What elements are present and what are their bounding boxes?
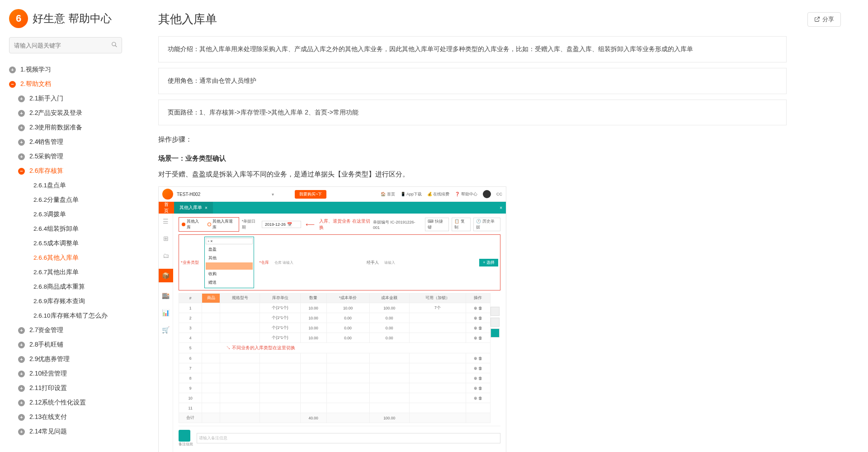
nav-label: 2.7资金管理 bbox=[29, 326, 63, 334]
nav-label: 2.6.7其他出库单 bbox=[33, 268, 79, 276]
th-prod: 商品 bbox=[202, 294, 220, 303]
nav-2-10[interactable]: +2.10经营管理 bbox=[9, 366, 122, 381]
ss-dd-item-selected bbox=[206, 262, 253, 270]
ss-tool-history: 🕐 历史单据 bbox=[473, 218, 500, 231]
ss-nav-icon: ⊞ bbox=[162, 234, 170, 243]
nav-2-12[interactable]: +2.12系统个性化设置 bbox=[9, 395, 122, 410]
embedded-screenshot: TEST-H002 ▾ 我要购买~下 🏠 首页 📱 App下载 💰 在线续费 ❓… bbox=[158, 186, 506, 452]
ss-top-home: 🏠 首页 bbox=[381, 191, 395, 197]
scene1-text: 对于受赠、盘盈或是拆装入库等不同的业务，是通过单据头【业务类型】进行区分。 bbox=[158, 167, 787, 181]
nav-label: 2.6库存核算 bbox=[29, 167, 63, 175]
svg-line-1 bbox=[115, 45, 117, 47]
ss-radio-group: 其他入库 其他入库退库 bbox=[179, 217, 239, 232]
nav-2-8[interactable]: +2.8手机旺铺 bbox=[9, 338, 122, 352]
ss-remark-row: 备注信息 请输入备注信息 bbox=[179, 426, 500, 450]
info-label: 页面路径： bbox=[168, 109, 199, 116]
nav-2-13[interactable]: +2.13在线支付 bbox=[9, 410, 122, 424]
ss-top-help: ❓ 帮助中心 bbox=[455, 191, 477, 197]
minus-icon: − bbox=[18, 168, 25, 175]
nav-2-6-4[interactable]: 2.6.4组装拆卸单 bbox=[9, 222, 122, 236]
nav-label: 2.5采购管理 bbox=[29, 152, 63, 161]
ss-add-button: + 选择 bbox=[479, 259, 498, 266]
ss-remark-label: 备注信息 bbox=[179, 442, 193, 447]
ss-nav-icon: ☰ bbox=[162, 217, 170, 225]
ss-doc-no: 单据编号 IC-20191226-001 bbox=[373, 219, 420, 230]
nav-label: 2.6.6其他入库单 bbox=[33, 254, 79, 262]
ss-handler-label: 经手人 bbox=[367, 260, 379, 266]
nav-video[interactable]: +1.视频学习 bbox=[9, 62, 122, 77]
scene1-title: 场景一：业务类型确认 bbox=[158, 154, 787, 163]
nav-2-6-8[interactable]: 2.6.8商品成本重算 bbox=[9, 280, 122, 294]
close-icon: × bbox=[205, 205, 208, 210]
nav-2-3[interactable]: +2.3使用前数据准备 bbox=[9, 120, 122, 135]
ss-dd-item: 其他 bbox=[206, 254, 253, 262]
main-content: 其他入库单 分享 功能介绍：其他入库单用来处理除采购入库、产成品入库之外的其他入… bbox=[131, 0, 868, 452]
ss-type-label: *业务类型 bbox=[181, 260, 199, 266]
ss-dd-item: 赠送 bbox=[206, 278, 253, 287]
plus-icon: + bbox=[18, 327, 25, 334]
ss-rt-icon bbox=[491, 307, 500, 316]
nav-2-6-7[interactable]: 2.6.7其他出库单 bbox=[9, 265, 122, 280]
info-role: 使用角色：通常由仓管人员维护 bbox=[158, 68, 787, 94]
search-box bbox=[9, 37, 122, 53]
nav-label: 2.6.1盘点单 bbox=[33, 181, 66, 190]
nav-2-9[interactable]: +2.9优惠券管理 bbox=[9, 352, 122, 366]
nav-label: 2.6.9库存账本查询 bbox=[33, 297, 85, 305]
nav-label: 2.8手机旺铺 bbox=[29, 341, 63, 349]
close-icon: × bbox=[496, 205, 506, 210]
nav-2-6-3[interactable]: 2.6.3调拨单 bbox=[9, 207, 122, 222]
nav-2-6-2[interactable]: 2.6.2分量盘点单 bbox=[9, 193, 122, 207]
table-row: 3个(1*1个)10.000.000.00⊕ 🗑 bbox=[179, 323, 491, 333]
table-row: 8⊕ 🗑 bbox=[179, 373, 491, 383]
ss-rt-icon bbox=[491, 318, 500, 327]
nav-2-6-1[interactable]: 2.6.1盘点单 bbox=[9, 178, 122, 193]
search-icon[interactable] bbox=[111, 42, 118, 49]
ss-header: TEST-H002 ▾ 我要购买~下 🏠 首页 📱 App下载 💰 在线续费 ❓… bbox=[159, 187, 506, 202]
logo-text: 好生意 帮助中心 bbox=[33, 11, 112, 26]
nav-2-11[interactable]: +2.11打印设置 bbox=[9, 381, 122, 395]
ss-tab-active: 其他入库单× bbox=[174, 202, 213, 214]
plus-icon: + bbox=[9, 67, 16, 73]
logo[interactable]: 6 好生意 帮助中心 bbox=[9, 9, 122, 28]
nav-label: 2.4销售管理 bbox=[29, 138, 63, 146]
th: # bbox=[179, 294, 202, 303]
info-text: 通常由仓管人员维护 bbox=[199, 77, 256, 84]
ss-right-tools bbox=[491, 293, 500, 423]
nav-2-14[interactable]: +2.14常见问题 bbox=[9, 424, 122, 439]
nav-tree: +1.视频学习 −2.帮助文档 +2.1新手入门 +2.2产品安装及登录 +2.… bbox=[9, 62, 122, 439]
th: 可用（加锁） bbox=[409, 294, 466, 303]
th: 操作 bbox=[466, 294, 490, 303]
ss-nav-icon: 🛒 bbox=[162, 326, 170, 334]
ss-trial-button: 我要购买~下 bbox=[295, 190, 326, 199]
arrow-icon: ⟵ bbox=[306, 221, 315, 228]
share-label: 分享 bbox=[822, 15, 834, 24]
nav-2-7[interactable]: +2.7资金管理 bbox=[9, 323, 122, 338]
nav-help-docs[interactable]: −2.帮助文档 bbox=[9, 77, 122, 91]
plus-icon: + bbox=[18, 400, 25, 406]
nav-2-5[interactable]: +2.5采购管理 bbox=[9, 149, 122, 164]
nav-2-6-6[interactable]: 2.6.6其他入库单 bbox=[9, 251, 122, 265]
nav-2-1[interactable]: +2.1新手入门 bbox=[9, 91, 122, 106]
ss-annotation1: 入库、退货业务 在这里切换 bbox=[319, 218, 373, 231]
search-input[interactable] bbox=[9, 37, 122, 53]
th: 数量 bbox=[300, 294, 326, 303]
ss-remark-icon bbox=[179, 430, 190, 442]
nav-2-4[interactable]: +2.4销售管理 bbox=[9, 135, 122, 149]
th: 库存单位 bbox=[260, 294, 300, 303]
ss-date-input: 2019-12-26 📅 bbox=[262, 221, 301, 228]
nav-2-6-9[interactable]: 2.6.9库存账本查询 bbox=[9, 294, 122, 309]
info-path: 页面路径：1、库存核算->库存管理->其他入库单 2、首页->常用功能 bbox=[158, 100, 787, 126]
nav-2-6-10[interactable]: 2.6.10库存账本错了怎么办 bbox=[9, 309, 122, 323]
ss-user: CC bbox=[496, 192, 502, 196]
nav-label: 2.9优惠券管理 bbox=[29, 355, 70, 363]
share-icon bbox=[814, 16, 820, 22]
share-button[interactable]: 分享 bbox=[807, 12, 841, 27]
plus-icon: + bbox=[18, 428, 25, 435]
svg-point-0 bbox=[112, 42, 116, 46]
page-title: 其他入库单 bbox=[158, 11, 217, 27]
nav-2-6-5[interactable]: 2.6.5成本调整单 bbox=[9, 236, 122, 251]
th: *成本单价 bbox=[326, 294, 369, 303]
nav-2-2[interactable]: +2.2产品安装及登录 bbox=[9, 106, 122, 120]
nav-2-6[interactable]: −2.6库存核算 bbox=[9, 164, 122, 178]
table-row: 1个(1*1个)10.0010.00100.007个⊕ 🗑 bbox=[179, 303, 491, 313]
